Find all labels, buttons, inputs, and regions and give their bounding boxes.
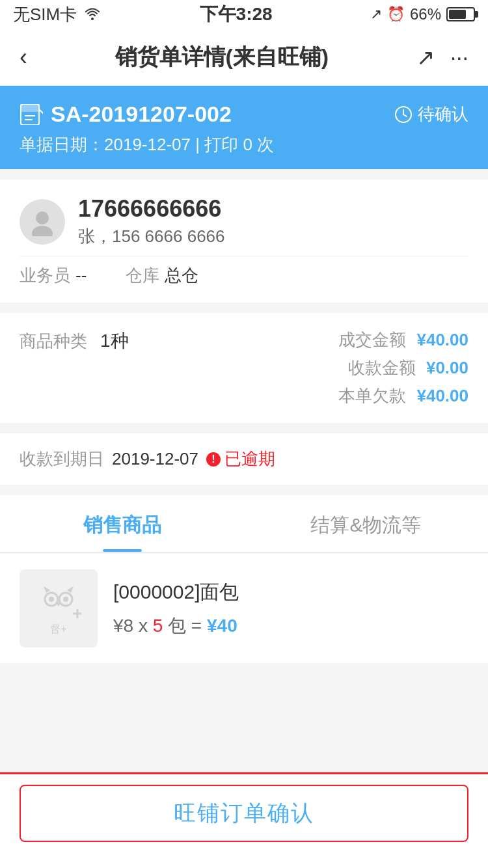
received-row: 收款金额 ¥0.00 <box>348 357 468 379</box>
more-button[interactable]: ··· <box>450 44 468 70</box>
product-quantity: 5 <box>153 616 163 636</box>
overdue-text: 已逾期 <box>224 448 275 470</box>
customer-info: 17666666666 张，156 6666 6666 <box>78 195 225 248</box>
warehouse-label: 仓库 <box>126 264 159 287</box>
status-bar-time: 下午3:28 <box>200 2 273 27</box>
due-label: 收款到期日 <box>20 448 104 470</box>
product-total: ¥40 <box>207 616 237 636</box>
customer-avatar <box>20 199 65 245</box>
svg-point-13 <box>49 597 54 602</box>
tab-settlement[interactable]: 结算&物流等 <box>244 495 488 552</box>
bottom-bar: 旺铺订单确认 <box>0 772 488 868</box>
due-date-card: 收款到期日 2019-12-07 ! 已逾期 <box>0 433 488 485</box>
owed-row: 本单欠款 ¥40.00 <box>338 385 468 407</box>
product-logo-icon <box>36 581 81 620</box>
deal-label: 成交金额 <box>338 329 406 351</box>
product-placeholder: 督+ <box>36 581 81 636</box>
order-status-text: 待确认 <box>418 103 468 126</box>
product-image: 督+ <box>20 569 98 647</box>
product-image-text: 督+ <box>50 623 66 636</box>
battery-percent: 66% <box>410 5 441 23</box>
warehouse-value: 总仓 <box>165 264 198 287</box>
svg-point-10 <box>32 226 53 236</box>
bottom-spacer <box>0 663 488 780</box>
status-bar-right: ↗ ⏰ 66% <box>370 5 475 23</box>
svg-line-8 <box>403 115 407 116</box>
tab-sales-label: 销售商品 <box>83 514 161 536</box>
owed-label: 本单欠款 <box>338 385 406 407</box>
order-date: 单据日期：2019-12-07 | 打印 0 次 <box>20 133 468 156</box>
alarm-icon: ⏰ <box>387 6 405 23</box>
customer-sub-info: 张，156 6666 6666 <box>78 225 225 248</box>
summary-right: 成交金额 ¥40.00 收款金额 ¥0.00 本单欠款 ¥40.00 <box>244 329 468 407</box>
product-list: 督+ [0000002]面包 ¥8 x 5 包 = ¥40 <box>0 554 488 663</box>
customer-phone: 17666666666 <box>78 195 225 223</box>
salesperson-item: 业务员 -- <box>20 264 87 287</box>
avatar-icon <box>28 208 57 236</box>
order-status: 待确认 <box>394 103 468 126</box>
order-id: SA-20191207-002 <box>20 102 232 127</box>
confirm-button[interactable]: 旺铺订单确认 <box>20 785 468 842</box>
battery-icon <box>446 7 475 21</box>
status-bar: 无SIM卡 下午3:28 ↗ ⏰ 66% <box>0 0 488 29</box>
types-label: 商品种类 <box>20 330 87 353</box>
order-header-top: SA-20191207-002 待确认 <box>20 102 468 127</box>
customer-details: 业务员 -- 仓库 总仓 <box>20 256 468 287</box>
deal-value: ¥40.00 <box>416 330 468 350</box>
overdue-dot-icon: ! <box>206 452 221 467</box>
page-title: 销货单详情(来自旺铺) <box>115 42 329 72</box>
back-button[interactable]: ‹ <box>20 44 27 71</box>
salesperson-value: -- <box>75 265 87 286</box>
salesperson-label: 业务员 <box>20 264 70 287</box>
product-unit: 包 <box>168 616 186 636</box>
order-id-text: SA-20191207-002 <box>51 102 232 127</box>
svg-rect-2 <box>21 104 39 112</box>
types-value: 1种 <box>100 329 129 353</box>
owed-value: ¥40.00 <box>416 386 468 406</box>
tab-settlement-label: 结算&物流等 <box>310 514 421 536</box>
location-icon: ↗ <box>370 6 382 23</box>
product-price-line: ¥8 x 5 包 = ¥40 <box>113 614 468 638</box>
summary-left: 商品种类 1种 <box>20 329 244 353</box>
carrier-text: 无SIM卡 <box>13 3 77 26</box>
status-bar-left: 无SIM卡 <box>13 3 102 26</box>
product-name: [0000002]面包 <box>113 579 468 606</box>
due-date-value: 2019-12-07 <box>112 449 198 469</box>
overdue-badge: ! 已逾期 <box>206 448 275 470</box>
svg-point-0 <box>91 18 94 20</box>
order-header: SA-20191207-002 待确认 单据日期：2019-12-07 | 打印… <box>0 86 488 169</box>
received-value: ¥0.00 <box>426 358 468 378</box>
product-info: [0000002]面包 ¥8 x 5 包 = ¥40 <box>113 579 468 638</box>
product-item: 督+ [0000002]面包 ¥8 x 5 包 = ¥40 <box>0 554 488 663</box>
customer-card: 17666666666 张，156 6666 6666 业务员 -- 仓库 总仓 <box>0 180 488 303</box>
tab-sales-products[interactable]: 销售商品 <box>0 495 244 552</box>
nav-bar: ‹ 销货单详情(来自旺铺) ↗ ··· <box>0 29 488 86</box>
deal-row: 成交金额 ¥40.00 <box>338 329 468 351</box>
warehouse-item: 仓库 总仓 <box>126 264 198 287</box>
received-label: 收款金额 <box>348 357 416 379</box>
clock-icon <box>394 105 413 124</box>
tabs-container: 销售商品 结算&物流等 <box>0 495 488 552</box>
tab-underline <box>103 549 142 552</box>
nav-actions: ↗ ··· <box>416 44 468 70</box>
order-icon <box>20 104 43 125</box>
product-unit-price: ¥8 <box>113 616 133 636</box>
svg-point-9 <box>36 211 49 224</box>
product-multiply: x <box>139 616 153 636</box>
summary-card: 商品种类 1种 成交金额 ¥40.00 收款金额 ¥0.00 本单欠款 ¥40.… <box>0 313 488 423</box>
customer-top: 17666666666 张，156 6666 6666 <box>20 195 468 248</box>
wifi-icon <box>83 7 102 21</box>
share-button[interactable]: ↗ <box>416 44 435 70</box>
svg-point-14 <box>63 597 68 602</box>
product-equals: = <box>191 616 207 636</box>
